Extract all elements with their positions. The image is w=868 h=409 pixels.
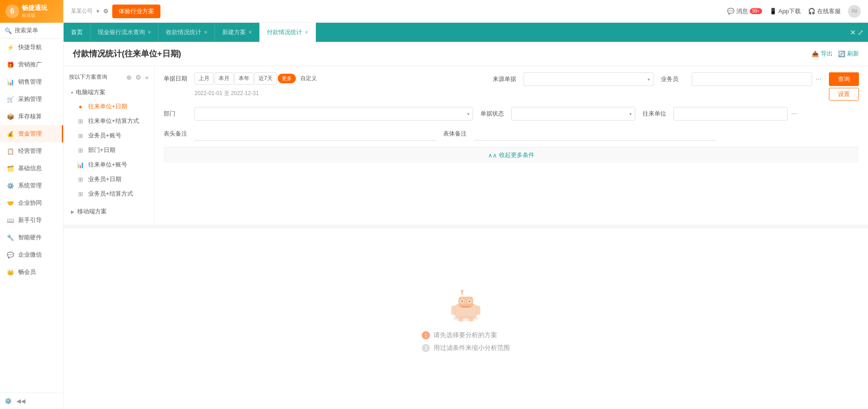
sidebar-item-wechat[interactable]: 💬 企业微信 — [0, 246, 63, 263]
guide-icon: 📖 — [6, 216, 15, 224]
staff-input[interactable] — [692, 72, 812, 86]
last7-btn[interactable]: 近7天 — [254, 72, 277, 85]
head-note-input[interactable] — [195, 127, 436, 141]
download-icon: 📱 — [769, 8, 777, 15]
refresh-button[interactable]: 🔄 刷新 — [838, 50, 859, 58]
scheme-header-text: 按以下方案查询 — [69, 73, 107, 81]
company-name: 某某公司 — [71, 7, 93, 15]
scheme-header-actions: ⊕ ⚙ « — [126, 74, 149, 81]
sidebar-item-operations[interactable]: 📋 经营管理 — [0, 142, 63, 160]
add-scheme-icon[interactable]: ⊕ — [126, 74, 132, 81]
sidebar-item-smarthw[interactable]: 🔧 智能硬件 — [0, 229, 63, 246]
this-year-btn[interactable]: 本年 — [234, 72, 254, 85]
scheme-sidebar: 按以下方案查询 ⊕ ⚙ « ▾ 电脑端方案 ● — [64, 66, 155, 225]
sidebar-item-member[interactable]: 👑 畅会员 — [0, 263, 63, 281]
tab-bank-close[interactable]: × — [148, 29, 151, 35]
mobile-schemes-group: ▶ 移动端方案 — [64, 203, 154, 220]
collapse-icon[interactable]: ◀◀ — [16, 398, 25, 404]
staff-more-icon[interactable]: ··· — [816, 75, 822, 83]
tab-newplan-close[interactable]: × — [249, 29, 252, 35]
enterprise-icon: 🤝 — [6, 199, 15, 207]
empty-tip-1: 1 请先选择要分析的方案 — [422, 331, 510, 339]
tab-new-plan[interactable]: 新建方案 × — [215, 23, 259, 42]
sidebar-item-quicknav[interactable]: ⚡ 快捷导航 — [0, 39, 63, 56]
scheme-item-partner-account[interactable]: 📊 往来单位+账号 — [64, 157, 154, 172]
body-note-input[interactable] — [474, 127, 715, 141]
status-select[interactable] — [511, 107, 635, 121]
sidebar-item-marketing[interactable]: 🎁 营销推广 — [0, 56, 63, 73]
app-download-item[interactable]: 📱 App下载 — [769, 7, 801, 15]
partner-input[interactable] — [673, 107, 788, 121]
mobile-group-title[interactable]: ▶ 移动端方案 — [64, 205, 154, 218]
tab-receipts[interactable]: 收款情况统计 × — [159, 23, 215, 42]
company-dropdown-icon[interactable]: ▾ — [96, 8, 100, 15]
this-month-btn[interactable]: 本月 — [215, 72, 234, 85]
online-service-item[interactable]: 🎧 在线客服 — [808, 7, 841, 15]
sidebar-item-purchase[interactable]: 🛒 采购管理 — [0, 91, 63, 108]
more-btn[interactable]: 更多 — [278, 74, 296, 83]
scheme-item-staff-settle[interactable]: ⊞ 业务员+结算方式 — [64, 187, 154, 201]
settings-scheme-icon[interactable]: ⚙ — [135, 74, 141, 81]
top-settings-icon[interactable]: ⚙ — [103, 8, 109, 15]
source-field: 来源单据 ▾ — [493, 72, 653, 86]
scheme-table3-icon: ⊞ — [76, 146, 85, 154]
scheme-item-partner-settle[interactable]: ⊞ 往来单位+结算方式 — [64, 114, 154, 128]
collapse-up-icon: ∧∧ — [488, 152, 497, 159]
member-icon: 👑 — [6, 268, 15, 276]
group-arrow-icon: ▾ — [71, 90, 73, 95]
scheme-item-partner-date[interactable]: ● 往来单位+日期 — [64, 99, 154, 114]
desktop-group-title[interactable]: ▾ 电脑端方案 — [64, 86, 154, 99]
notifications-item[interactable]: 💬 消息 99+ — [727, 7, 762, 15]
content-area: 付款情况统计(往来单位+日期) 📤 导出 🔄 刷新 — [64, 42, 868, 409]
partner-label: 往来单位 — [643, 110, 670, 118]
empty-tips: 1 请先选择要分析的方案 2 用过滤条件来缩小分析范围 — [422, 331, 510, 352]
tab-paymentstats-close[interactable]: × — [305, 29, 308, 35]
sidebar-item-inventory[interactable]: 📦 库存核算 — [0, 108, 63, 125]
tab-expand-icon[interactable]: ⤢ — [858, 28, 863, 37]
dept-field: 部门 ▾ — [164, 107, 473, 121]
scheme-item-staff-date[interactable]: ⊞ 业务员+日期 — [64, 172, 154, 187]
mobile-group-arrow-icon: ▶ — [71, 209, 75, 214]
collapse-button[interactable]: ∧∧ 收起更多条件 — [164, 147, 859, 163]
scheme-item-dept-date[interactable]: ⊞ 部门+日期 — [64, 143, 154, 157]
query-button[interactable]: 查询 — [829, 72, 859, 86]
collapse-scheme-icon[interactable]: « — [145, 74, 149, 81]
status-select-wrapper: ▾ — [511, 107, 635, 121]
tab-payment-stats[interactable]: 付款情况统计 × — [259, 23, 316, 42]
search-menu[interactable]: 🔍 搜索菜单 — [0, 23, 63, 39]
scheme-chart-icon: 📊 — [76, 161, 85, 169]
tip-num-2: 2 — [422, 344, 430, 352]
sidebar-item-sales[interactable]: 📊 销售管理 — [0, 73, 63, 91]
settings-button[interactable]: 设置 — [829, 88, 859, 101]
tab-bank[interactable]: 现金银行流水查询 × — [90, 23, 159, 42]
settings-icon[interactable]: ⚙️ — [5, 398, 12, 404]
tab-receipts-close[interactable]: × — [204, 29, 207, 35]
last-month-btn[interactable]: 上月 — [195, 72, 214, 85]
marketing-icon: 🎁 — [6, 61, 15, 69]
tip-num-1: 1 — [422, 331, 430, 339]
scheme-table4-icon: ⊞ — [76, 175, 85, 183]
notifications-icon: 💬 — [727, 8, 734, 15]
notifications-badge: 99+ — [750, 8, 762, 14]
sidebar-item-guide[interactable]: 📖 新手引导 — [0, 212, 63, 229]
date-label: 单据日期 — [164, 75, 191, 83]
tab-home[interactable]: 首页 — [64, 23, 90, 42]
sidebar-item-basicinfo[interactable]: 🗂️ 基础信息 — [0, 160, 63, 177]
filter-row-2: 部门 ▾ 单据状态 ▾ — [164, 107, 859, 121]
dept-select[interactable] — [195, 107, 473, 121]
head-note-field: 表头备注 — [164, 127, 436, 141]
date-range-text: 2022-01-01 至 2022-12-31 — [195, 90, 259, 97]
scheme-table2-icon: ⊞ — [76, 131, 85, 140]
user-avatar[interactable]: Rit — [848, 5, 861, 18]
scheme-item-staff-account[interactable]: ⊞ 业务员+账号 — [64, 128, 154, 143]
tab-close-all-icon[interactable]: ✕ — [850, 28, 856, 37]
partner-more-icon[interactable]: ··· — [791, 110, 797, 118]
source-select[interactable] — [524, 72, 653, 86]
trial-button[interactable]: 体验行业方案 — [112, 5, 160, 18]
sidebar-item-system[interactable]: ⚙️ 系统管理 — [0, 177, 63, 194]
sidebar-item-enterprise[interactable]: 🤝 企业协同 — [0, 194, 63, 212]
export-button[interactable]: 📤 导出 — [812, 50, 833, 58]
purchase-icon: 🛒 — [6, 95, 15, 103]
custom-btn[interactable]: 自定义 — [297, 73, 320, 84]
sidebar-item-capital[interactable]: 💰 资金管理 — [0, 125, 63, 142]
